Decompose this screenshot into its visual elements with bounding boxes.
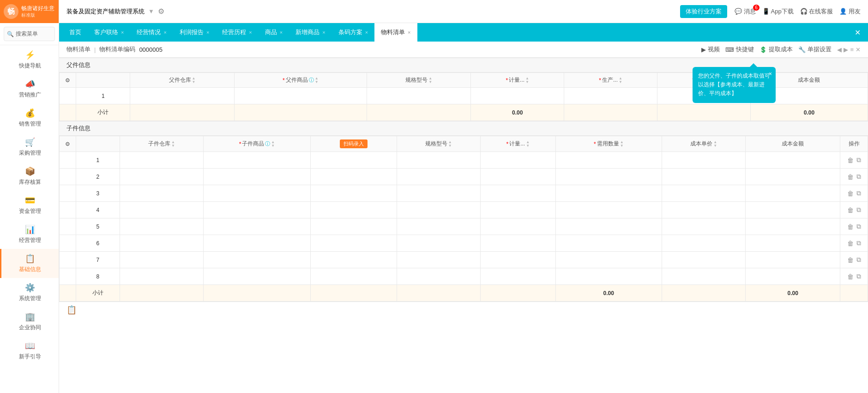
sidebar-item-guide[interactable]: 📖新手引导: [0, 336, 59, 365]
sidebar-item-fast-nav[interactable]: ⚡快捷导航: [0, 45, 59, 74]
tab-close-profit[interactable]: ×: [206, 30, 209, 35]
child-row-6-spec[interactable]: [397, 235, 480, 252]
child-row-3-copy-icon[interactable]: ⧉: [856, 189, 861, 197]
list-view-btn[interactable]: ≡: [850, 46, 854, 53]
tab-close-bom[interactable]: ×: [408, 30, 410, 35]
child-row-4-unit[interactable]: [480, 202, 555, 218]
child-row-3-delete-icon[interactable]: 🗑: [847, 190, 854, 197]
tab-close-history[interactable]: ×: [249, 30, 252, 35]
child-row-1-product[interactable]: [204, 152, 311, 169]
child-row-2-delete-icon[interactable]: 🗑: [847, 173, 854, 181]
settings-icon[interactable]: ⚙: [65, 77, 70, 84]
next-btn[interactable]: ▶: [844, 46, 848, 53]
child-row-1-qty[interactable]: [555, 152, 662, 169]
child-row-5-copy-icon[interactable]: ⧉: [856, 223, 861, 230]
sidebar-item-system[interactable]: ⚙️系统管理: [0, 278, 59, 307]
prev-btn[interactable]: ◀: [837, 46, 842, 53]
child-row-2-copy-icon[interactable]: ⧉: [856, 173, 861, 181]
child-row-6-warehouse[interactable]: [120, 235, 203, 252]
child-row-3-warehouse[interactable]: [120, 185, 203, 202]
sidebar-item-basic-info[interactable]: 📋基础信息: [0, 249, 59, 278]
close-btn[interactable]: ✕: [856, 46, 861, 53]
settings-icon[interactable]: ⚙: [158, 7, 164, 16]
close-all-tabs-btn[interactable]: ✕: [851, 28, 864, 37]
child-row-5-unit[interactable]: [480, 218, 555, 235]
child-row-2-qty[interactable]: [555, 169, 662, 185]
view-video-btn[interactable]: ▶ 视频: [701, 45, 720, 54]
sidebar-item-operations[interactable]: 📊经营管理: [0, 220, 59, 249]
tab-bom[interactable]: 物料清单×: [374, 23, 417, 42]
parent-row-1-product[interactable]: [234, 88, 367, 104]
sidebar-item-purchase[interactable]: 🛒采购管理: [0, 133, 59, 162]
child-row-4-qty[interactable]: [555, 202, 662, 218]
child-row-8-spec[interactable]: [397, 268, 480, 285]
parent-row-1-proddate[interactable]: [564, 88, 657, 104]
child-row-6-product[interactable]: [204, 235, 311, 252]
tab-new-goods[interactable]: 新增商品×: [289, 23, 332, 42]
child-row-6-delete-icon[interactable]: 🗑: [847, 240, 854, 247]
child-row-8-qty[interactable]: [555, 268, 662, 285]
parent-row-1-spec[interactable]: [367, 88, 471, 104]
tab-customer[interactable]: 客户联络×: [88, 23, 130, 42]
parent-row-1-unit[interactable]: [471, 88, 564, 104]
child-row-6-unit[interactable]: [480, 235, 555, 252]
sidebar-item-finance[interactable]: 💳资金管理: [0, 191, 59, 220]
child-row-8-copy-icon[interactable]: ⧉: [856, 272, 861, 280]
message-btn[interactable]: 💬 6 消息: [735, 7, 756, 16]
dropdown-icon[interactable]: ▼: [148, 8, 154, 15]
tab-close-operations[interactable]: ×: [163, 30, 166, 35]
tab-history[interactable]: 经营历程×: [216, 23, 258, 42]
child-row-6-qty[interactable]: [555, 235, 662, 252]
child-row-5-product[interactable]: [204, 218, 311, 235]
tab-operations[interactable]: 经营情况×: [130, 23, 173, 42]
child-row-2-warehouse[interactable]: [120, 169, 203, 185]
child-row-8-delete-icon[interactable]: 🗑: [847, 273, 854, 280]
tab-close-customer[interactable]: ×: [121, 30, 124, 35]
child-settings-icon[interactable]: ⚙: [65, 141, 70, 147]
sidebar-item-inventory[interactable]: 📦库存核算: [0, 162, 59, 191]
shortcut-btn[interactable]: ⌨ 快捷键: [725, 45, 754, 54]
tab-barcode[interactable]: 条码方案×: [332, 23, 374, 42]
parent-row-1-warehouse[interactable]: [130, 88, 234, 104]
child-row-3-product[interactable]: [204, 185, 311, 202]
child-row-7-warehouse[interactable]: [120, 252, 203, 268]
child-row-6-copy-icon[interactable]: ⧉: [856, 239, 861, 247]
tab-home[interactable]: 首页: [63, 23, 88, 42]
child-row-4-product[interactable]: [204, 202, 311, 218]
child-row-7-product[interactable]: [204, 252, 311, 268]
child-row-2-product[interactable]: [204, 169, 311, 185]
child-row-7-unit[interactable]: [480, 252, 555, 268]
child-row-4-delete-icon[interactable]: 🗑: [847, 206, 854, 214]
tab-close-barcode[interactable]: ×: [365, 30, 368, 35]
search-menu-button[interactable]: 🔍 搜索菜单: [4, 27, 55, 41]
child-row-1-unit[interactable]: [480, 152, 555, 169]
child-row-4-spec[interactable]: [397, 202, 480, 218]
user-btn[interactable]: 👤 用友: [839, 7, 861, 16]
tooltip-close-btn[interactable]: ×: [769, 70, 772, 79]
service-btn[interactable]: 🎧 在线客服: [800, 7, 833, 16]
child-row-2-spec[interactable]: [397, 169, 480, 185]
child-row-8-unit[interactable]: [480, 268, 555, 285]
sidebar-item-marketing[interactable]: 📣营销推广: [0, 74, 59, 103]
child-row-1-copy-icon[interactable]: ⧉: [856, 156, 861, 164]
tab-profit[interactable]: 利润报告×: [173, 23, 216, 42]
child-row-3-qty[interactable]: [555, 185, 662, 202]
child-row-1-delete-icon[interactable]: 🗑: [847, 157, 854, 164]
child-row-7-qty[interactable]: [555, 252, 662, 268]
child-row-5-qty[interactable]: [555, 218, 662, 235]
child-row-1-spec[interactable]: [397, 152, 480, 169]
child-row-5-warehouse[interactable]: [120, 218, 203, 235]
child-row-7-spec[interactable]: [397, 252, 480, 268]
extract-cost-btn[interactable]: 💲 提取成本: [760, 45, 793, 54]
child-row-4-warehouse[interactable]: [120, 202, 203, 218]
single-setting-btn[interactable]: 🔧 单据设置: [798, 45, 832, 54]
tab-close-goods[interactable]: ×: [280, 30, 283, 35]
tab-goods[interactable]: 商品×: [259, 23, 289, 42]
child-row-8-warehouse[interactable]: [120, 268, 203, 285]
trial-button[interactable]: 体验行业方案: [680, 5, 727, 18]
child-row-4-copy-icon[interactable]: ⧉: [856, 206, 861, 214]
child-row-1-warehouse[interactable]: [120, 152, 203, 169]
child-row-3-spec[interactable]: [397, 185, 480, 202]
child-row-5-spec[interactable]: [397, 218, 480, 235]
child-row-8-product[interactable]: [204, 268, 311, 285]
